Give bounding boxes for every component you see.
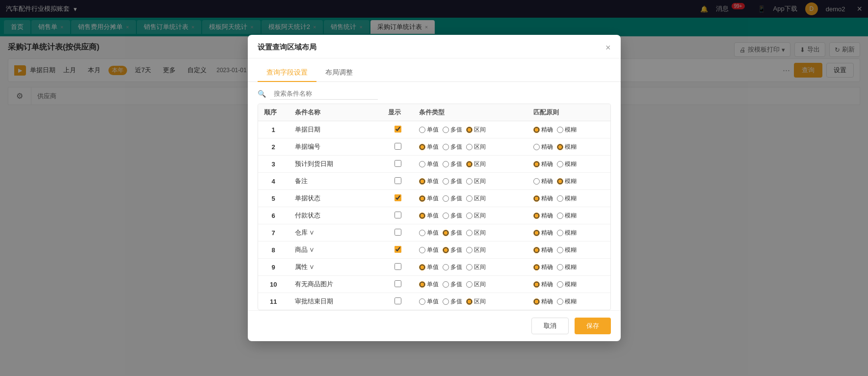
type-radio-单值-row-8[interactable] <box>419 264 425 270</box>
dialog-overlay: 设置查询区域布局 × 查询字段设置 布局调整 🔍 <box>0 0 868 376</box>
type-radio-多值-row-1[interactable] <box>443 144 449 150</box>
display-checkbox-row-10[interactable] <box>395 297 401 304</box>
type-label-区间: 区间 <box>474 177 486 186</box>
type-radio-区间-row-2[interactable] <box>466 161 473 167</box>
match-radio-模糊-row-5[interactable] <box>557 213 563 219</box>
cell-match: 精确模糊 <box>527 121 610 138</box>
match-radio-精确-row-3[interactable] <box>533 178 540 185</box>
match-radio-精确-row-5[interactable] <box>533 213 540 219</box>
type-label-单值: 单值 <box>427 297 439 306</box>
type-radio-区间-row-1[interactable] <box>466 144 473 150</box>
cell-type: 单值多值区间 <box>413 173 527 190</box>
type-label-单值: 单值 <box>427 246 439 254</box>
type-radio-单值-row-0[interactable] <box>419 127 425 133</box>
type-radio-多值-row-6[interactable] <box>443 230 449 236</box>
tab-layout-adjust[interactable]: 布局调整 <box>316 64 362 82</box>
match-radio-模糊-row-6[interactable] <box>557 230 563 236</box>
type-radio-单值-row-9[interactable] <box>419 281 425 288</box>
type-radio-多值-row-3[interactable] <box>443 178 449 185</box>
type-radio-区间-row-3[interactable] <box>466 178 473 185</box>
cell-name: 属性 ∨ <box>289 259 382 276</box>
cell-display <box>382 207 413 224</box>
dialog-close-icon[interactable]: × <box>605 43 611 52</box>
type-label-区间: 区间 <box>474 246 486 254</box>
type-label-单值: 单值 <box>427 177 439 186</box>
match-radio-精确-row-6[interactable] <box>533 230 540 236</box>
type-radio-单值-row-2[interactable] <box>419 161 425 167</box>
type-label-区间: 区间 <box>474 229 486 237</box>
search-input[interactable] <box>270 88 378 100</box>
type-radio-区间-row-6[interactable] <box>466 230 473 236</box>
match-radio-精确-row-8[interactable] <box>533 264 540 270</box>
match-radio-模糊-row-0[interactable] <box>557 127 563 133</box>
type-radio-单值-row-10[interactable] <box>419 298 425 305</box>
type-radio-区间-row-8[interactable] <box>466 264 473 270</box>
dialog-search-area: 🔍 <box>248 82 621 104</box>
type-label-区间: 区间 <box>474 160 486 168</box>
display-checkbox-row-7[interactable] <box>395 246 401 253</box>
type-radio-区间-row-10[interactable] <box>466 298 473 305</box>
match-radio-模糊-row-10[interactable] <box>557 298 563 305</box>
dialog-body: 查询字段设置 布局调整 🔍 顺序 条件名称 显示 <box>248 58 621 310</box>
display-checkbox-row-2[interactable] <box>395 160 401 167</box>
type-radio-多值-row-0[interactable] <box>443 127 449 133</box>
type-radio-多值-row-10[interactable] <box>443 298 449 305</box>
type-radio-单值-row-4[interactable] <box>419 195 425 202</box>
match-radio-模糊-row-3[interactable] <box>557 178 563 185</box>
match-radio-精确-row-7[interactable] <box>533 247 540 253</box>
type-option-区间: 区间 <box>466 297 486 306</box>
type-label-多值: 多值 <box>450 212 462 220</box>
display-checkbox-row-3[interactable] <box>395 177 401 184</box>
display-checkbox-row-8[interactable] <box>395 263 401 270</box>
cell-match: 精确模糊 <box>527 173 610 190</box>
match-label-精确: 精确 <box>541 246 553 254</box>
match-option-精确: 精确 <box>533 297 553 306</box>
match-radio-模糊-row-9[interactable] <box>557 281 563 288</box>
type-radio-多值-row-7[interactable] <box>443 247 449 253</box>
display-checkbox-row-4[interactable] <box>395 194 401 201</box>
tab-query-fields[interactable]: 查询字段设置 <box>258 64 316 82</box>
match-label-模糊: 模糊 <box>565 246 577 254</box>
match-radio-模糊-row-2[interactable] <box>557 161 563 167</box>
type-radio-单值-row-1[interactable] <box>419 144 425 150</box>
cancel-button[interactable]: 取消 <box>531 318 569 334</box>
cell-order: 1 <box>258 121 289 138</box>
type-radio-单值-row-6[interactable] <box>419 230 425 236</box>
type-radio-多值-row-9[interactable] <box>443 281 449 288</box>
table-row: 10有无商品图片单值多值区间精确模糊 <box>258 276 610 293</box>
match-radio-精确-row-9[interactable] <box>533 281 540 288</box>
display-checkbox-row-0[interactable] <box>395 126 401 133</box>
type-radio-单值-row-5[interactable] <box>419 213 425 219</box>
display-checkbox-row-6[interactable] <box>395 229 401 236</box>
type-radio-多值-row-8[interactable] <box>443 264 449 270</box>
match-radio-模糊-row-4[interactable] <box>557 195 563 202</box>
type-option-区间: 区间 <box>466 212 486 220</box>
type-radio-区间-row-9[interactable] <box>466 281 473 288</box>
match-radio-模糊-row-8[interactable] <box>557 264 563 270</box>
match-radio-精确-row-0[interactable] <box>533 127 540 133</box>
type-radio-多值-row-4[interactable] <box>443 195 449 202</box>
type-radio-单值-row-7[interactable] <box>419 247 425 253</box>
type-radio-多值-row-5[interactable] <box>443 213 449 219</box>
match-radio-模糊-row-1[interactable] <box>557 144 563 150</box>
display-checkbox-row-5[interactable] <box>395 212 401 218</box>
match-radio-精确-row-4[interactable] <box>533 195 540 202</box>
display-checkbox-wrap <box>388 177 407 186</box>
type-radio-区间-row-5[interactable] <box>466 213 473 219</box>
type-radio-多值-row-2[interactable] <box>443 161 449 167</box>
dialog-title: 设置查询区域布局 <box>258 43 316 52</box>
type-radio-区间-row-0[interactable] <box>466 127 473 133</box>
display-checkbox-row-1[interactable] <box>395 143 401 150</box>
match-radio-精确-row-2[interactable] <box>533 161 540 167</box>
table-row: 3预计到货日期单值多值区间精确模糊 <box>258 156 610 173</box>
type-radio-区间-row-4[interactable] <box>466 195 473 202</box>
match-radio-精确-row-1[interactable] <box>533 144 540 150</box>
match-radio-模糊-row-7[interactable] <box>557 247 563 253</box>
type-radio-区间-row-7[interactable] <box>466 247 473 253</box>
display-checkbox-wrap <box>388 194 407 203</box>
type-radio-单值-row-3[interactable] <box>419 178 425 185</box>
save-button[interactable]: 保存 <box>575 318 611 334</box>
display-checkbox-row-9[interactable] <box>395 280 401 287</box>
match-radio-精确-row-10[interactable] <box>533 298 540 305</box>
type-option-单值: 单值 <box>419 297 439 306</box>
